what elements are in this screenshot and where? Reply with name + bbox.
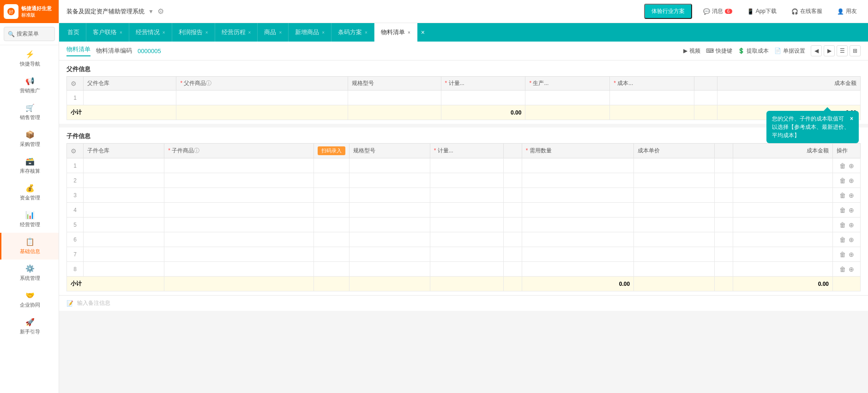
nav-prev[interactable]: ◀ bbox=[811, 45, 822, 56]
user-button[interactable]: 👤 用友 bbox=[833, 6, 861, 17]
sidebar-item-sales[interactable]: 🛒 销售管理 bbox=[0, 99, 59, 126]
sidebar-item-system[interactable]: ⚙️ 系统管理 bbox=[0, 260, 59, 286]
child-row-7: 7 🗑⊕ bbox=[67, 247, 861, 262]
copy-icon[interactable]: ⊕ bbox=[849, 206, 854, 214]
app-icon: 📱 bbox=[747, 8, 754, 15]
child-col-unit: * 计量... bbox=[430, 144, 503, 158]
tab-profit[interactable]: 利润报告 × bbox=[172, 23, 215, 42]
app-download-button[interactable]: 📱 App下载 bbox=[743, 6, 780, 17]
tooltip-close-button[interactable]: × bbox=[850, 115, 853, 123]
sidebar-item-finance[interactable]: 💰 资金管理 bbox=[0, 179, 59, 206]
child-col-extra bbox=[503, 144, 522, 158]
view-list[interactable]: ☰ bbox=[837, 45, 848, 56]
sidebar-item-marketing[interactable]: 📢 营销推广 bbox=[0, 72, 59, 99]
nav-next[interactable]: ▶ bbox=[824, 45, 835, 56]
child-r1-warehouse[interactable] bbox=[84, 158, 164, 173]
copy-icon[interactable]: ⊕ bbox=[849, 266, 854, 273]
sidebar-item-enterprise[interactable]: 🤝 企业协同 bbox=[0, 286, 59, 313]
tab-customer[interactable]: 客户联络 × bbox=[86, 23, 129, 42]
single-settings-action[interactable]: 📄 单据设置 bbox=[774, 47, 805, 55]
sidebar-item-guide[interactable]: 🚀 新手引导 bbox=[0, 313, 59, 340]
view-grid[interactable]: ⊞ bbox=[850, 45, 861, 56]
parent-row-1-unit[interactable] bbox=[441, 91, 525, 105]
delete-icon[interactable]: 🗑 bbox=[839, 266, 846, 273]
sub-tab-bom-code[interactable]: 物料清单编码 bbox=[96, 47, 132, 55]
tab-operation-close[interactable]: × bbox=[163, 30, 165, 35]
delete-icon[interactable]: 🗑 bbox=[839, 177, 846, 184]
settings-icon[interactable]: ⚙ bbox=[157, 7, 164, 16]
parent-row-1-product[interactable] bbox=[176, 91, 348, 105]
child-r1-unit-cost[interactable] bbox=[634, 158, 715, 173]
note-placeholder[interactable]: 输入备注信息 bbox=[77, 299, 110, 307]
sidebar-item-operation[interactable]: 📊 经营管理 bbox=[0, 206, 59, 233]
parent-row-1-produce[interactable] bbox=[525, 91, 610, 105]
delete-icon[interactable]: 🗑 bbox=[839, 236, 846, 243]
sidebar-item-purchase[interactable]: 📦 采购管理 bbox=[0, 126, 59, 152]
tab-bom-close[interactable]: × bbox=[408, 30, 410, 35]
copy-icon[interactable]: ⊕ bbox=[849, 162, 854, 169]
message-button[interactable]: 💬 消息 6 bbox=[699, 6, 736, 17]
copy-icon[interactable]: ⊕ bbox=[849, 251, 854, 258]
trial-button[interactable]: 体验行业方案 bbox=[644, 4, 692, 19]
copy-icon[interactable]: ⊕ bbox=[849, 177, 854, 184]
online-service-button[interactable]: 🎧 在线客服 bbox=[788, 6, 826, 17]
tab-bom[interactable]: 物料清单 × bbox=[374, 23, 417, 42]
view-action[interactable]: ▶ 视频 bbox=[683, 47, 700, 55]
parent-row-1-num: 1 bbox=[67, 91, 84, 105]
copy-icon[interactable]: ⊕ bbox=[849, 236, 854, 243]
system-title: 装备及固定资产辅助管理系统 bbox=[66, 7, 145, 16]
scan-input-button[interactable]: 扫码录入 bbox=[318, 146, 345, 155]
child-r1-product[interactable] bbox=[164, 158, 313, 173]
parent-col-gear: ⚙ bbox=[67, 77, 84, 91]
child-r1-unit[interactable] bbox=[430, 158, 503, 173]
tab-product-close[interactable]: × bbox=[279, 30, 282, 35]
sidebar-item-basic-info[interactable]: 📋 基础信息 bbox=[0, 233, 59, 260]
parent-row-1-warehouse[interactable] bbox=[84, 91, 176, 105]
sidebar-item-quick-nav[interactable]: ⚡ 快捷导航 bbox=[0, 45, 59, 72]
tab-barcode-close[interactable]: × bbox=[365, 30, 368, 35]
tab-barcode[interactable]: 条码方案 × bbox=[332, 23, 374, 42]
extract-cost-action[interactable]: 💲 提取成本 bbox=[738, 47, 769, 55]
tab-home[interactable]: 首页 bbox=[61, 23, 86, 42]
tab-profit-close[interactable]: × bbox=[205, 30, 208, 35]
sub-tab-bom-list[interactable]: 物料清单 bbox=[66, 45, 90, 56]
system-icon: ⚙️ bbox=[25, 264, 35, 273]
dropdown-icon[interactable]: ▼ bbox=[148, 8, 154, 15]
delete-icon[interactable]: 🗑 bbox=[839, 162, 846, 169]
tooltip-text: 您的父件、子件的成本取值可以选择【参考成本、最新进价、平均成本】 bbox=[772, 115, 850, 139]
bom-code-value: 0000005 bbox=[138, 48, 161, 54]
sidebar-item-inventory[interactable]: 🗃️ 库存核算 bbox=[0, 152, 59, 179]
search-menu-button[interactable]: 🔍 搜索菜单 bbox=[4, 27, 55, 41]
parent-subtotal-row: 小计 0.00 0.00 bbox=[67, 105, 861, 120]
copy-icon[interactable]: ⊕ bbox=[849, 192, 854, 199]
tab-customer-close[interactable]: × bbox=[120, 30, 122, 35]
child-col-warehouse: 子件仓库 bbox=[84, 144, 164, 158]
delete-icon[interactable]: 🗑 bbox=[839, 221, 846, 229]
child-gear-icon[interactable]: ⚙ bbox=[71, 147, 77, 155]
message-icon: 💬 bbox=[703, 8, 710, 15]
child-r1-spec[interactable] bbox=[349, 158, 430, 173]
delete-icon[interactable]: 🗑 bbox=[839, 251, 846, 258]
copy-icon[interactable]: ⊕ bbox=[849, 221, 854, 229]
delete-icon[interactable]: 🗑 bbox=[839, 192, 846, 199]
tab-history-close[interactable]: × bbox=[248, 30, 251, 35]
child-r1-extra bbox=[503, 158, 522, 173]
parent-gear-icon[interactable]: ⚙ bbox=[71, 80, 77, 87]
parent-col-produce: * 生产... bbox=[525, 77, 610, 91]
tab-operation[interactable]: 经营情况 × bbox=[129, 23, 172, 42]
parent-row-1-spec[interactable] bbox=[348, 91, 441, 105]
content-area: 物料清单 物料清单编码 0000005 ▶ 视频 ⌨ 快捷键 💲 提取成本 bbox=[59, 42, 868, 393]
shortcut-action[interactable]: ⌨ 快捷键 bbox=[706, 47, 732, 55]
sidebar: 好 畅捷通好生意 标准版 🔍 搜索菜单 ⚡ 快捷导航 📢 营销推广 🛒 销售管理… bbox=[0, 0, 59, 393]
tab-new-product[interactable]: 新增商品 × bbox=[289, 23, 332, 42]
tab-history[interactable]: 经营历程 × bbox=[215, 23, 258, 42]
parent-col-amount: 成本金额 bbox=[717, 77, 861, 91]
single-settings-icon: 📄 bbox=[774, 48, 781, 54]
child-r1-qty[interactable] bbox=[522, 158, 634, 173]
delete-icon[interactable]: 🗑 bbox=[839, 206, 846, 214]
tab-product[interactable]: 商品 × bbox=[258, 23, 289, 42]
parent-row-1-cost[interactable] bbox=[610, 91, 694, 105]
close-all-tabs[interactable]: × bbox=[417, 29, 428, 36]
tab-new-product-close[interactable]: × bbox=[322, 30, 325, 35]
enterprise-icon: 🤝 bbox=[25, 291, 35, 300]
